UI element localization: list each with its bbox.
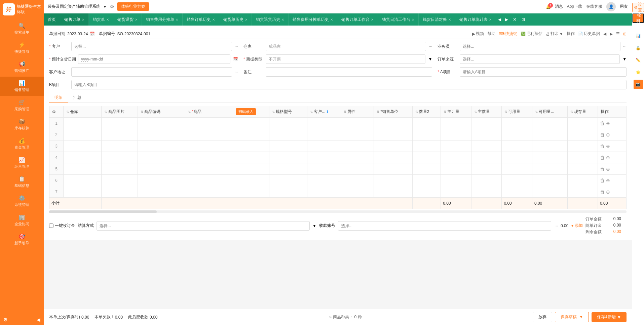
cell-spec-4[interactable]	[269, 152, 307, 163]
cell-spec-3[interactable]	[269, 140, 307, 152]
nav-tab-close-6[interactable]: ✕	[245, 18, 248, 22]
nav-tab-close-3[interactable]: ✕	[135, 18, 138, 22]
calendar-icon[interactable]: 📅	[90, 32, 95, 36]
cell-main-qty-7[interactable]	[471, 186, 502, 198]
nav-close-btn[interactable]: ✕	[510, 17, 520, 22]
cell-unit-2[interactable]	[374, 129, 412, 140]
sort-icon-4[interactable]: ⇅	[188, 110, 191, 114]
nav-prev-btn[interactable]: ◀	[496, 17, 503, 22]
cell-main-qty-5[interactable]	[471, 163, 502, 175]
row-delete-btn-7[interactable]: 🗑	[600, 189, 605, 195]
message-badge[interactable]: 🔔 9	[546, 4, 551, 9]
sidebar-item-marketing[interactable]: 📢 营销推广	[0, 57, 44, 77]
detail-tab-1[interactable]: 汇总	[68, 93, 87, 103]
nav-tab-close-10[interactable]: ✕	[412, 18, 414, 22]
cell-custom-4[interactable]	[307, 152, 341, 163]
cell-qty2-3[interactable]	[412, 140, 441, 152]
cell-main-qty-2[interactable]	[471, 129, 502, 140]
row-copy-btn-7[interactable]: ⊕	[606, 189, 610, 195]
sidebar-item-guide[interactable]: 🎯 新手引导	[0, 230, 44, 249]
cell-qty2-4[interactable]	[412, 152, 441, 163]
cell-main-qty-3[interactable]	[471, 140, 502, 152]
cell-code-2[interactable]	[138, 129, 185, 140]
col-settings-icon[interactable]: ⚙	[52, 110, 56, 114]
customer-more-icon[interactable]: ···	[235, 44, 238, 49]
nav-tab-7[interactable]: 销货退货历史✕	[252, 13, 289, 26]
cell-warehouse-2[interactable]	[64, 129, 102, 140]
nav-tab-8[interactable]: 销售费用分摊单历史✕	[289, 13, 337, 26]
nav-tab-close-2[interactable]: ✕	[106, 18, 109, 22]
collapse-icon[interactable]: ◀	[37, 317, 40, 322]
cell-custom-5[interactable]	[307, 163, 341, 175]
nav-expand-btn[interactable]: ⊡	[520, 17, 527, 22]
cell-unit-3[interactable]	[374, 140, 412, 152]
sidebar-item-finance[interactable]: 💰 资金管理	[0, 134, 44, 153]
sort-icon-14[interactable]: ⇅	[535, 110, 538, 114]
add-btn[interactable]: ● 添加	[571, 223, 583, 229]
cell-warehouse-5[interactable]	[64, 163, 102, 175]
cell-main-qty-4[interactable]	[471, 152, 502, 163]
cell-custom-3[interactable]	[307, 140, 341, 152]
date-value[interactable]: 2023-03-24	[67, 32, 88, 36]
star-tool-btn[interactable]: ⭐	[634, 68, 643, 77]
save-new-dropdown-icon[interactable]: ▼	[617, 315, 621, 320]
save-draft-btn[interactable]: 保存草稿 ▼	[555, 312, 589, 322]
cell-custom-2[interactable]	[307, 129, 341, 140]
nav-tab-close-1[interactable]: ✕	[82, 18, 84, 22]
customer-addr-input[interactable]	[71, 67, 232, 77]
view-btn[interactable]: ▶ 视频	[472, 31, 484, 37]
sidebar-item-quicknav[interactable]: ⚡ 快捷导航	[0, 38, 44, 57]
history-btn[interactable]: 📄 历史单据	[578, 31, 600, 37]
row-delete-btn-4[interactable]: 🗑	[600, 155, 605, 160]
cell-unit-5[interactable]	[374, 163, 412, 175]
nav-tab-10[interactable]: 钱货日清工作台✕	[378, 13, 419, 26]
salesperson-more-icon[interactable]: ···	[623, 44, 627, 49]
cell-warehouse-4[interactable]	[64, 152, 102, 163]
cell-product-7[interactable]	[185, 186, 233, 198]
sidebar-item-enterprise[interactable]: 🏢 企业协同	[0, 211, 44, 230]
delivery-calendar-icon[interactable]: 📅	[233, 57, 238, 62]
cell-unit-7[interactable]	[374, 186, 412, 198]
cell-qty2-2[interactable]	[412, 129, 441, 140]
nav-tab-close-5[interactable]: ✕	[212, 18, 215, 22]
cell-attr-1[interactable]	[341, 118, 374, 129]
row-copy-btn-6[interactable]: ⊕	[606, 178, 610, 183]
cell-attr-5[interactable]	[341, 163, 374, 175]
cell-spec-1[interactable]	[269, 118, 307, 129]
account-more-icon[interactable]: ···	[555, 224, 558, 228]
cell-attr-4[interactable]	[341, 152, 374, 163]
payment-dropdown-icon[interactable]: ▼	[312, 224, 316, 228]
row-copy-btn-5[interactable]: ⊕	[606, 166, 610, 172]
lock-tool-btn[interactable]: 🔒	[634, 43, 643, 53]
cell-qty2-7[interactable]	[412, 186, 441, 198]
invoice-type-dropdown-icon[interactable]: ▼	[428, 57, 432, 62]
cell-attr-6[interactable]	[341, 175, 374, 186]
one-click-checkout-checkbox[interactable]: 一键收订金	[49, 223, 75, 229]
cell-custom-6[interactable]	[307, 175, 341, 186]
cell-code-7[interactable]	[138, 186, 185, 198]
chart-tool-btn[interactable]: 📊	[634, 31, 643, 41]
row-delete-btn-2[interactable]: 🗑	[600, 132, 605, 137]
sidebar-item-operations[interactable]: 📈 经营管理	[0, 153, 44, 172]
cell-main-qty-6[interactable]	[471, 175, 502, 186]
nav-tab-1[interactable]: 销售订单✕	[60, 13, 89, 26]
settings-icon[interactable]: ⚙	[3, 317, 8, 322]
horizontal-scrollbar[interactable]	[49, 210, 627, 213]
sidebar-item-purchase[interactable]: 🛒 采购管理	[0, 96, 44, 115]
nav-tab-close-8[interactable]: ✕	[330, 18, 333, 22]
solution-btn[interactable]: 体验行业方案	[117, 2, 149, 11]
sort-icon-10[interactable]: ⇅	[415, 110, 418, 114]
cell-spec-5[interactable]	[269, 163, 307, 175]
sidebar-item-system[interactable]: ⚙️ 系统管理	[0, 192, 44, 211]
row-copy-btn-4[interactable]: ⊕	[606, 155, 610, 160]
sort-icon-12[interactable]: ⇅	[474, 110, 477, 114]
online-service-link[interactable]: 在线客服	[586, 4, 602, 9]
nav-tab-close-7[interactable]: ✕	[281, 18, 284, 22]
cell-qty2-1[interactable]	[412, 118, 441, 129]
sort-icon-3[interactable]: ⇅	[141, 110, 143, 114]
order-source-dropdown-icon[interactable]: ▼	[622, 57, 627, 62]
sort-icon-9[interactable]: ⇅	[377, 110, 379, 114]
nav-tab-11[interactable]: 钱货日清对账✕	[419, 13, 455, 26]
account-input[interactable]	[338, 221, 551, 231]
sidebar-item-sales[interactable]: 📊 销售管理	[0, 77, 44, 96]
